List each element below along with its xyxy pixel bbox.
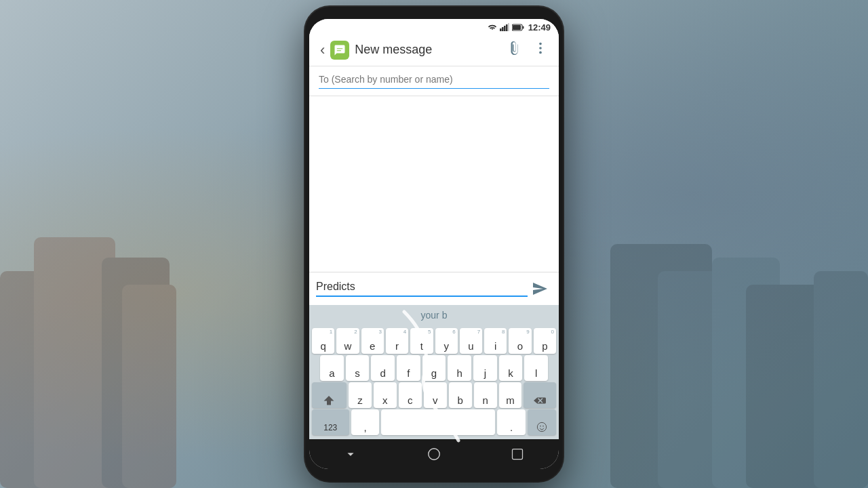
svg-rect-3 [122,285,176,488]
key-space[interactable] [381,409,495,435]
suggestion-text: your b [421,310,448,321]
suggestion-strip: your b [309,305,559,325]
prediction-bar: Predicts [309,272,559,305]
key-t[interactable]: 5t [410,328,433,354]
phone-frame: 12:49 ‹ New message [305,7,563,481]
svg-rect-12 [506,24,508,31]
backspace-icon [534,396,546,405]
svg-rect-16 [513,25,521,30]
svg-point-21 [540,426,541,427]
battery-icon [512,24,524,31]
key-j[interactable]: j [473,355,497,381]
key-123[interactable]: 123 [312,409,349,435]
svg-point-23 [429,449,440,460]
key-d[interactable]: d [371,355,395,381]
key-n[interactable]: n [474,382,497,408]
keyboard-row-4: 123 , . [309,409,559,435]
key-comma[interactable]: , [351,409,380,435]
send-icon [532,281,548,297]
sms-icon [334,44,346,56]
attach-button[interactable] [502,38,528,62]
svg-rect-15 [522,26,524,28]
key-period[interactable]: . [497,409,526,435]
chevron-down-icon [343,447,358,462]
svg-rect-24 [512,449,522,460]
key-i[interactable]: 8i [484,328,507,354]
keyboard-row-2: a s d f g h j k l [309,355,559,381]
wifi-icon [488,23,497,31]
svg-rect-13 [508,23,509,31]
key-e[interactable]: 3e [361,328,384,354]
key-emoji[interactable] [528,409,556,435]
nav-bar [309,439,559,469]
svg-point-22 [542,426,544,427]
svg-point-20 [537,422,546,431]
home-circle-icon [427,447,441,462]
more-button[interactable] [528,38,553,62]
back-button[interactable]: ‹ [315,39,330,62]
svg-point-19 [539,52,542,54]
key-shift[interactable] [312,382,347,408]
status-bar: 12:49 [309,19,559,34]
status-icons: 12:49 [488,22,551,33]
to-input[interactable] [319,74,549,85]
nav-back-button[interactable] [337,445,364,464]
key-x[interactable]: x [374,382,397,408]
key-c[interactable]: c [399,382,422,408]
key-o[interactable]: 9o [509,328,531,354]
app-icon [330,41,349,60]
keyboard-row-3: z x c v b n m [309,382,559,408]
key-w[interactable]: 2w [336,328,359,354]
key-u[interactable]: 7u [460,328,482,354]
svg-rect-10 [502,27,504,31]
app-title: New message [355,43,502,57]
signal-icon [500,23,509,31]
key-k[interactable]: k [499,355,523,381]
prediction-text: Predicts [316,281,355,292]
nav-recents-button[interactable] [504,445,531,464]
time-display: 12:49 [528,22,551,33]
to-field-container [309,66,559,96]
message-area[interactable] [309,96,559,272]
key-m[interactable]: m [499,382,522,408]
key-a[interactable]: a [320,355,344,381]
svg-rect-11 [504,26,506,31]
prediction-input-area: Predicts [316,281,528,297]
key-z[interactable]: z [349,382,372,408]
key-f[interactable]: f [397,355,420,381]
send-button[interactable] [528,277,552,301]
svg-point-18 [539,47,542,49]
key-p[interactable]: 0p [534,328,556,354]
paperclip-icon [507,41,522,56]
keyboard: 1q 2w 3e 4r 5t 6y 7u 8i 9o 0p a s d f g … [309,325,559,439]
recents-square-icon [511,447,524,461]
to-underline [319,88,549,89]
key-s[interactable]: s [346,355,370,381]
shift-icon [323,394,335,405]
key-q[interactable]: 1q [312,328,334,354]
nav-home-button[interactable] [420,445,448,464]
emoji-icon [536,422,547,432]
svg-rect-9 [500,28,502,31]
key-v[interactable]: v [424,382,447,408]
keyboard-row-1: 1q 2w 3e 4r 5t 6y 7u 8i 9o 0p [309,328,559,354]
key-y[interactable]: 6y [435,328,458,354]
key-h[interactable]: h [448,355,471,381]
key-r[interactable]: 4r [386,328,408,354]
svg-rect-8 [814,271,868,488]
key-b[interactable]: b [449,382,472,408]
phone-screen: 12:49 ‹ New message [309,19,559,469]
key-g[interactable]: g [422,355,446,381]
app-bar: ‹ New message [309,34,559,66]
svg-point-17 [539,43,542,45]
more-vertical-icon [533,41,548,56]
key-backspace[interactable] [524,382,556,408]
key-l[interactable]: l [524,355,548,381]
